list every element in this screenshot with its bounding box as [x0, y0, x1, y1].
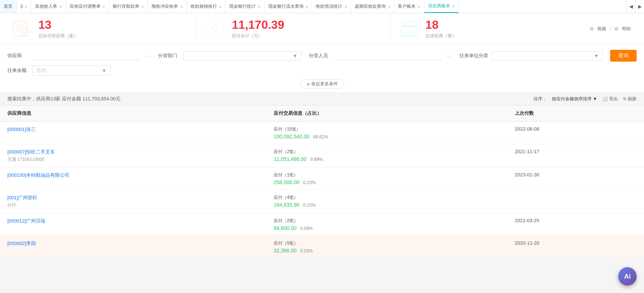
- refresh-button[interactable]: ↻ 刷新: [623, 96, 637, 102]
- nav-tab-prepay-offset[interactable]: 预收冲应收单×: [148, 0, 186, 13]
- search-row-1: 供应商 ··· 分管部门 ▼ 分管人员 ··· 往来单位分类 ▼ 查询: [7, 50, 637, 62]
- nav-tab-bank-deposit[interactable]: 银行存取款单×: [109, 0, 148, 13]
- nav-tab-other-income[interactable]: 其他收入单×: [31, 0, 66, 13]
- tx-row-2: 258,000.000.23%: [274, 179, 500, 185]
- summary-card-2: 18总供应商（家）: [391, 18, 584, 40]
- table-header-row: 供应商信息 应付交易信息（占比） 上次付数: [0, 106, 644, 121]
- supplier-link-1[interactable]: [000007]恒旺二手叉车: [7, 149, 55, 155]
- last-payment-cell-3: [507, 190, 644, 213]
- sort-button[interactable]: 按应付余额倒序排序 ▼: [552, 96, 597, 102]
- last-payment-cell-5: 2020-11-20: [507, 236, 644, 258]
- close-tab-prepay-offset[interactable]: ×: [180, 4, 182, 9]
- percentage-5: 0.03%: [300, 248, 313, 254]
- table-row: [000007]恒旺二手叉车王通 17106110000应付（2笔）11,051…: [0, 144, 644, 168]
- close-tab-bank-deposit[interactable]: ×: [141, 4, 144, 9]
- supplier-link-0[interactable]: [000001]张三: [7, 127, 36, 132]
- tx-cell-3: 应付（4笔）164,635.900.15%: [266, 190, 508, 213]
- close-tab-receipt-stats[interactable]: ×: [344, 4, 347, 9]
- close-tab-tab3[interactable]: ×: [25, 4, 27, 9]
- supplier-cell-4: [000012]广州贝瑞: [0, 213, 266, 236]
- department-dropdown[interactable]: ▼: [183, 51, 301, 61]
- tx-row-1: 11,051,486.009.89%: [274, 156, 500, 162]
- person-field: 分管人员 ···: [309, 51, 452, 60]
- tx-label-4: 应付（2笔）: [274, 218, 500, 224]
- nav-next-arrow[interactable]: ▶: [635, 0, 644, 13]
- export-button[interactable]: ⬜ 导出: [602, 96, 618, 102]
- close-tab-receipt-verify[interactable]: ×: [219, 4, 221, 9]
- close-tab-supplier-ledger[interactable]: ×: [452, 4, 455, 8]
- summary-number-1: 11,170.39: [232, 18, 284, 31]
- supplier-cell-2: [000100]本特勤油品有限公司: [0, 168, 266, 190]
- percentage-1: 9.89%: [310, 157, 323, 162]
- nav-tab-customer-ledger[interactable]: 客户账本×: [394, 0, 424, 13]
- person-input[interactable]: [334, 51, 442, 60]
- supplier-input[interactable]: [32, 51, 140, 60]
- query-button[interactable]: 查询: [610, 50, 637, 62]
- close-tab-cash-bank-stats[interactable]: ×: [258, 4, 260, 9]
- close-tab-customer-ledger[interactable]: ×: [418, 4, 420, 9]
- tx-cell-5: 应付（5笔）32,366.000.03%: [266, 236, 508, 258]
- amount-link-4[interactable]: 94,600.00: [274, 225, 297, 231]
- percentage-3: 0.15%: [303, 203, 316, 208]
- tx-cell-4: 应付（2笔）94,600.000.08%: [266, 213, 508, 236]
- amount-link-0[interactable]: 100,092,540.00: [274, 134, 309, 139]
- supplier-link-4[interactable]: [000012]广州贝瑞: [7, 218, 45, 224]
- help-icon: ⊙: [615, 26, 618, 31]
- collapse-label: 收起更多条件: [311, 81, 338, 87]
- nav-tab-cash-flow-query[interactable]: 现金银行流水查询×: [265, 0, 312, 13]
- nav-tab-ar-ap-adjust[interactable]: 应收应付调整单×: [66, 0, 109, 13]
- balance-value: 选择...: [36, 67, 50, 74]
- close-tab-overdue-query[interactable]: ×: [388, 4, 390, 9]
- amount-link-2[interactable]: 258,000.00: [274, 179, 300, 185]
- supplier-link-2[interactable]: [000100]本特勤油品有限公司: [7, 172, 69, 178]
- result-info: 搜索结果中，供应商13家 应付金额 111,703,854.00元: [7, 96, 120, 102]
- supplier-sub-3: 仔仔: [7, 202, 259, 208]
- nav-tab-cash-bank-stats[interactable]: 现金银行统计×: [225, 0, 264, 13]
- percentage-4: 0.08%: [300, 226, 313, 231]
- classification-dropdown[interactable]: ▼: [491, 51, 603, 61]
- summary-label-1: 应付合计（万）: [232, 33, 284, 39]
- table-row: [001]广州荣轩仔仔应付（4笔）164,635.900.15%: [0, 190, 644, 213]
- balance-field: 往来余额 选择... ▼: [7, 65, 111, 76]
- top-navigation: 首页3×其他收入单×应收应付调整单×银行存取款单×预收冲应收单×收款核销执行×现…: [0, 0, 644, 13]
- nav-prev-arrow[interactable]: ◀: [626, 0, 635, 13]
- supplier-cell-5: [000002]李四: [0, 236, 266, 258]
- tx-label-1: 应付（2笔）: [274, 149, 500, 155]
- nav-tab-tab3[interactable]: 3×: [17, 0, 31, 13]
- supplier-link-3[interactable]: [001]广州荣轩: [7, 195, 37, 200]
- tx-label-2: 应付（1笔）: [274, 172, 500, 178]
- result-bar: 搜索结果中，供应商13家 应付金额 111,703,854.00元 排序： 按应…: [0, 93, 644, 106]
- supplier-table: 供应商信息 应付交易信息（占比） 上次付数 [000001]张三应付（15笔）1…: [0, 106, 644, 258]
- nav-tab-supplier-ledger[interactable]: 供应商账本×: [424, 0, 459, 13]
- video-link[interactable]: 视频: [597, 26, 606, 32]
- tx-label-0: 应付（15笔）: [274, 126, 500, 132]
- table-row: [000012]广州贝瑞应付（2笔）94,600.000.08%2021-03-…: [0, 213, 644, 236]
- summary-text-1: 11,170.39应付合计（万）: [232, 18, 284, 39]
- close-tab-ar-ap-adjust[interactable]: ×: [103, 4, 105, 9]
- collapse-button[interactable]: ∧ 收起更多条件: [300, 79, 344, 89]
- supplier-dots-btn[interactable]: ···: [143, 53, 151, 59]
- tx-row-0: 100,092,540.0089.61%: [274, 134, 500, 139]
- close-tab-other-income[interactable]: ×: [59, 4, 62, 9]
- supplier-cell-3: [001]广州荣轩仔仔: [0, 190, 266, 213]
- department-label: 分管部门: [158, 52, 180, 59]
- summary-text-0: 13总应付供应商（家）: [38, 18, 78, 39]
- collapse-row: ∧ 收起更多条件: [7, 79, 637, 89]
- nav-tab-overdue-query[interactable]: 超期应收款查询×: [351, 0, 394, 13]
- amount-link-3[interactable]: 164,635.90: [274, 202, 300, 208]
- close-tab-cash-flow-query[interactable]: ×: [306, 4, 308, 9]
- sort-label: 排序：: [533, 96, 547, 102]
- supplier-link-5[interactable]: [000002]李四: [7, 241, 36, 246]
- classification-arrow-icon: ▼: [594, 53, 599, 59]
- nav-tab-home[interactable]: 首页: [0, 0, 17, 13]
- nav-tab-receipt-verify[interactable]: 收款核销执行×: [187, 0, 225, 13]
- help-link[interactable]: 帮助: [622, 26, 631, 32]
- person-dots-btn[interactable]: ···: [445, 53, 452, 59]
- supplier-label: 供应商: [7, 52, 29, 59]
- amount-link-1[interactable]: 11,051,486.00: [274, 156, 307, 162]
- balance-dropdown[interactable]: 选择... ▼: [32, 65, 111, 76]
- nav-tab-receipt-stats[interactable]: 收款情况统计×: [312, 0, 351, 13]
- amount-link-5[interactable]: 32,366.00: [274, 248, 297, 254]
- tx-row-4: 94,600.000.08%: [274, 225, 500, 231]
- supplier-sub-1: 王通 17106110000: [7, 156, 259, 163]
